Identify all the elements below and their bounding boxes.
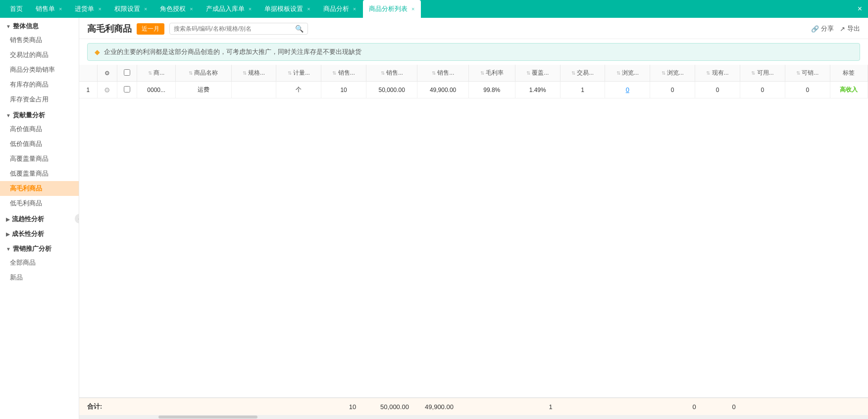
horizontal-scrollbar[interactable] [79, 415, 868, 419]
sidebar-item-高价值商品[interactable]: 高价值商品 [0, 122, 79, 137]
sidebar-item-高毛利商品[interactable]: 高毛利商品 [0, 181, 79, 196]
nav-item-权限设置[interactable]: 权限设置× [108, 0, 153, 18]
spec-col[interactable]: ⇅ 规格... [231, 65, 276, 82]
nav-close-icon[interactable]: × [144, 6, 147, 12]
views1-cell: 0 [605, 82, 650, 98]
sidebar-item-label: 全部商品 [10, 259, 36, 266]
code-col[interactable]: ⇅ 商... [137, 65, 175, 82]
unit-cell: 个 [276, 82, 321, 98]
nav-close-icon[interactable]: × [353, 6, 356, 12]
export-button[interactable]: ↗ 导出 [840, 24, 860, 33]
row-checkbox[interactable] [124, 86, 130, 93]
tag-cell: 高收入 [830, 82, 868, 98]
nav-label: 产成品入库单 [206, 4, 245, 13]
sidebar-item-低价值商品[interactable]: 低价值商品 [0, 137, 79, 151]
unit-col[interactable]: ⇅ 计量... [276, 65, 321, 82]
tag-label: 高收入 [840, 86, 858, 93]
nav-close-icon[interactable]: × [307, 6, 310, 12]
nav-close-icon[interactable]: × [190, 6, 193, 12]
name-col[interactable]: ⇅ 商品名称 [175, 65, 231, 82]
search-input[interactable] [174, 25, 292, 32]
group-arrow-icon: ▼ [6, 246, 11, 252]
nav-close-icon[interactable]: × [249, 6, 252, 12]
sidebar-item-label: 交易过的商品 [10, 51, 49, 58]
export-icon: ↗ [840, 25, 845, 33]
views1-col[interactable]: ⇅ 浏览... [605, 65, 650, 82]
footer-value [754, 403, 793, 411]
table-footer: 合计: 1050,000.0049,900.00100 [79, 397, 868, 415]
content-header: 高毛利商品 近一月 🔍 🔗 分享 ↗ 导出 [79, 18, 868, 39]
sidebar-item-低毛利商品[interactable]: 低毛利商品 [0, 196, 79, 211]
nav-item-产成品入库单[interactable]: 产成品入库单× [200, 0, 257, 18]
nav-label: 销售单 [36, 4, 55, 13]
gross-margin-col[interactable]: ⇅ 毛利率 [468, 65, 515, 82]
views2-col[interactable]: ⇅ 浏览... [650, 65, 695, 82]
settings-icon[interactable]: ⚙ [104, 86, 110, 94]
group-arrow-icon: ▶ [6, 232, 10, 237]
sidebar-item-交易过的商品[interactable]: 交易过的商品 [0, 47, 79, 62]
sidebar-item-label: 销售类商品 [10, 36, 42, 44]
nav-label: 单据模板设置 [264, 4, 303, 13]
current-col[interactable]: ⇅ 现有... [695, 65, 740, 82]
footer-value [605, 403, 640, 411]
search-icon[interactable]: 🔍 [295, 25, 304, 33]
nav-label: 权限设置 [114, 4, 140, 13]
footer-value [308, 403, 333, 411]
nav-item-首页[interactable]: 首页 [4, 0, 29, 18]
nav-item-进货单[interactable]: 进货单× [69, 0, 107, 18]
seq-header [79, 65, 97, 82]
scrollbar-thumb[interactable] [158, 416, 257, 419]
nav-close-icon[interactable]: × [59, 6, 62, 12]
settings-col: ⚙ [97, 65, 117, 82]
share-button[interactable]: 🔗 分享 [811, 24, 834, 33]
nav-close-icon[interactable]: × [98, 6, 101, 12]
sellable-col[interactable]: ⇅ 可销... [785, 65, 830, 82]
available-col[interactable]: ⇅ 可用... [740, 65, 785, 82]
sidebar-item-新品[interactable]: 新品 [0, 270, 79, 285]
seq-cell: 1 [79, 82, 97, 98]
sidebar-item-商品分类助销率[interactable]: 商品分类助销率 [0, 62, 79, 77]
main-layout: « ▼整体信息销售类商品交易过的商品商品分类助销率有库存的商品库存资金占用▼贡献… [0, 18, 868, 419]
table-row: 1⚙0000...运费个1050,000.0049,900.0099.8%1.4… [79, 82, 868, 98]
footer-value: 1 [531, 403, 570, 411]
sidebar-item-label: 有库存的商品 [10, 81, 49, 88]
group-label: 成长性分析 [12, 230, 44, 238]
nav-item-商品分析[interactable]: 商品分析× [317, 0, 362, 18]
sales-amount-col[interactable]: ⇅ 销售... [366, 65, 417, 82]
sales-profit-col[interactable]: ⇅ 销售... [417, 65, 468, 82]
info-banner: ◆ 企业的主要的利润都是这部分商品创造的，可考虑加大推广，同时关注库存是不要出现… [87, 43, 860, 61]
nav-item-销售单[interactable]: 销售单× [30, 0, 68, 18]
filter-button[interactable]: 近一月 [137, 23, 164, 35]
nav-item-商品分析列表[interactable]: 商品分析列表× [363, 0, 420, 18]
sidebar-item-全部商品[interactable]: 全部商品 [0, 255, 79, 270]
sidebar-item-库存资金占用[interactable]: 库存资金占用 [0, 92, 79, 107]
sidebar-item-低覆盖量商品[interactable]: 低覆盖量商品 [0, 166, 79, 181]
sidebar-group-贡献量分析[interactable]: ▼贡献量分析 [0, 107, 79, 122]
footer-value: 10 [333, 403, 372, 411]
available-cell: 0 [740, 82, 785, 98]
footer-value [214, 403, 273, 411]
sidebar-item-高覆盖量商品[interactable]: 高覆盖量商品 [0, 151, 79, 166]
header-actions: 🔗 分享 ↗ 导出 [811, 24, 860, 33]
nav-item-角色授权[interactable]: 角色授权× [154, 0, 199, 18]
transactions-col[interactable]: ⇅ 交易... [560, 65, 605, 82]
sidebar-item-有库存的商品[interactable]: 有库存的商品 [0, 77, 79, 92]
coverage-cell: 1.49% [515, 82, 560, 98]
sidebar-group-营销推广分析[interactable]: ▼营销推广分析 [0, 240, 79, 255]
coverage-col[interactable]: ⇅ 覆盖... [515, 65, 560, 82]
code-cell: 0000... [137, 82, 175, 98]
sales-qty-col[interactable]: ⇅ 销售... [321, 65, 366, 82]
info-icon: ◆ [95, 48, 100, 56]
sidebar-item-label: 高毛利商品 [10, 185, 42, 192]
window-close-button[interactable]: × [858, 4, 862, 13]
group-label: 营销推广分析 [13, 244, 51, 253]
nav-close-icon[interactable]: × [411, 6, 414, 12]
sidebar-group-整体信息[interactable]: ▼整体信息 [0, 18, 79, 33]
sidebar-group-成长性分析[interactable]: ▶成长性分析 [0, 226, 79, 240]
views1-link[interactable]: 0 [626, 86, 629, 93]
data-table: ⚙⇅ 商...⇅ 商品名称⇅ 规格...⇅ 计量...⇅ 销售...⇅ 销售..… [79, 65, 868, 98]
sidebar-group-流趋性分析[interactable]: ▶流趋性分析 [0, 211, 79, 226]
sidebar-item-销售类商品[interactable]: 销售类商品 [0, 33, 79, 47]
nav-item-单据模板设置[interactable]: 单据模板设置× [258, 0, 316, 18]
table-container[interactable]: ⚙⇅ 商...⇅ 商品名称⇅ 规格...⇅ 计量...⇅ 销售...⇅ 销售..… [79, 65, 868, 397]
